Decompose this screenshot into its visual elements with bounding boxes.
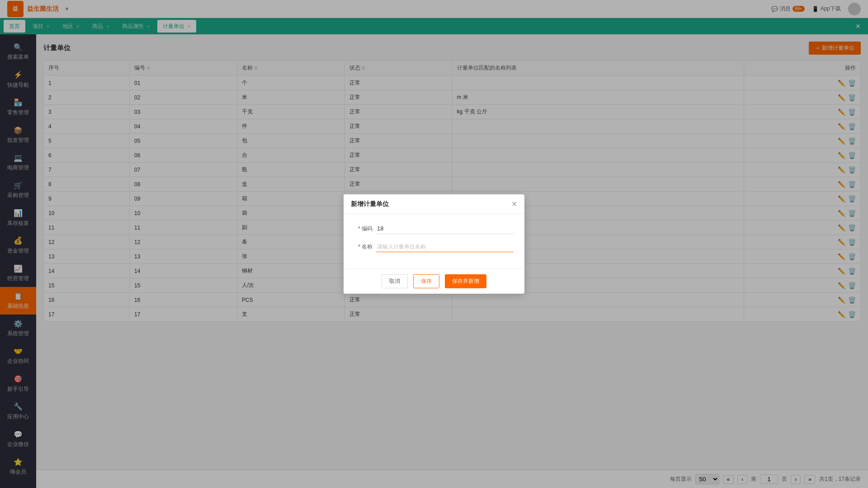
modal-body: * 编码 * 名称	[344, 214, 524, 268]
add-unit-modal: 新增计量单位 ✕ * 编码 * 名称 取消 保存 保存并新增	[344, 194, 524, 294]
modal-close-btn[interactable]: ✕	[511, 200, 517, 208]
app-container: 益 益生菌生活 ▼ 💬 消息 99+ 📱 App下载 首页 项目 ✕ 地区	[0, 0, 868, 488]
save-and-new-button[interactable]: 保存并新增	[445, 274, 486, 288]
cancel-button[interactable]: 取消	[382, 274, 408, 288]
modal-footer: 取消 保存 保存并新增	[344, 268, 524, 294]
save-button[interactable]: 保存	[413, 274, 439, 288]
modal-header: 新增计量单位 ✕	[344, 194, 524, 214]
modal-title: 新增计量单位	[351, 200, 389, 208]
code-label: * 编码	[354, 225, 373, 233]
form-row-name: * 名称	[354, 241, 514, 252]
modal-overlay: 新增计量单位 ✕ * 编码 * 名称 取消 保存 保存并新增	[0, 0, 868, 488]
name-label: * 名称	[354, 243, 373, 251]
name-input[interactable]	[376, 241, 514, 252]
code-input[interactable]	[376, 223, 514, 234]
form-row-code: * 编码	[354, 223, 514, 234]
